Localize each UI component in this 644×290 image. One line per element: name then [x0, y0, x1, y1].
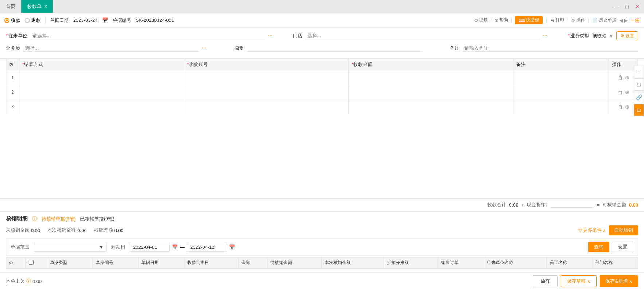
shortcut-btn[interactable]: ⌨ 快捷键 — [515, 16, 543, 24]
cell-settlement-3[interactable] — [19, 99, 184, 114]
calendar-icon[interactable]: 📅 — [102, 17, 108, 23]
operation-link[interactable]: ⚙ 操作 — [571, 17, 585, 23]
cell-account-3[interactable] — [184, 99, 349, 114]
staff-label: 业务员 — [6, 45, 20, 51]
cell-notes-2[interactable] — [513, 85, 609, 99]
right-panel-btn-1[interactable]: ≡ — [634, 66, 644, 78]
cell-account-1[interactable] — [184, 70, 349, 85]
right-panel-btn-4[interactable]: ⊡ — [634, 104, 644, 116]
grid-view-btn[interactable]: ⊞ — [635, 17, 640, 24]
partner-input[interactable] — [30, 32, 265, 39]
filter-select[interactable]: ▼ — [34, 243, 107, 252]
maximize-btn[interactable]: □ — [623, 3, 631, 10]
settings-btn-2[interactable]: 设置 — [612, 242, 633, 252]
cell-settlement-2[interactable] — [19, 85, 184, 99]
th-doc-type: 单据类型 — [47, 258, 93, 269]
total-value: 0.00 — [509, 202, 518, 208]
th-doc-date: 单据日期 — [138, 258, 184, 269]
help-link[interactable]: ⊙ 帮助 — [495, 17, 508, 23]
th-partner-name: 往来单位名称 — [484, 258, 546, 269]
copy-icon-1[interactable]: ⊕ — [625, 75, 629, 81]
cell-settlement-1[interactable] — [19, 70, 184, 85]
settings-button[interactable]: ⚙ 设置 — [616, 31, 638, 40]
table-container: ⚙ *结算方式 *收款账号 *收款金额 备注 操作 — [0, 59, 644, 198]
prev-arrow[interactable]: ◀ — [619, 17, 623, 23]
partner-more-btn[interactable]: ··· — [268, 32, 272, 39]
memo-input[interactable] — [247, 44, 423, 52]
tab-bar: 首页 收款单 × — □ × — [0, 0, 644, 13]
cal-to-icon[interactable]: 📅 — [229, 244, 235, 250]
tab-receipt[interactable]: 收款单 × — [21, 0, 53, 13]
verify-section: 核销明细 ⓘ 待核销单据(0笔) 已核销单据(0笔) 未核销金额 0.00 本次… — [0, 211, 644, 272]
th-current-amount: 本次核销金额 — [321, 258, 384, 269]
table-row: 2 🗑 ⊕ — [6, 85, 638, 99]
radio-receipt[interactable]: 收款 — [4, 17, 20, 24]
print-link[interactable]: 🖨 打印 — [550, 17, 564, 23]
discard-btn[interactable]: 放弃 — [533, 275, 558, 287]
net-label: 可核销金额 — [602, 201, 626, 208]
diff-value: 0.00 — [114, 228, 123, 233]
radio-refund[interactable]: 退款 — [25, 17, 41, 24]
memo-label: 摘要 — [234, 45, 244, 51]
video-link[interactable]: ⊙ 视频 — [474, 17, 488, 23]
shop-more-btn[interactable]: ··· — [543, 32, 547, 39]
keyboard-icon: ⌨ — [519, 18, 525, 23]
info-icon-footer: ⓘ — [26, 278, 31, 285]
th-account: *收款账号 — [184, 59, 349, 70]
close-btn[interactable]: × — [634, 3, 641, 10]
gear-icon[interactable]: ⚙ — [9, 62, 13, 67]
staff-input[interactable] — [23, 44, 199, 52]
cell-notes-3[interactable] — [513, 99, 609, 114]
th-gear: ⚙ — [6, 59, 19, 70]
radio-receipt-dot — [4, 18, 9, 23]
pending-tab-link[interactable]: 待核销单据(0笔) — [42, 216, 76, 222]
shop-input[interactable] — [305, 32, 540, 39]
select-all-checkbox[interactable] — [29, 260, 34, 265]
tab-home[interactable]: 首页 — [0, 0, 21, 13]
history-icon: 📄 — [592, 18, 598, 23]
delete-icon-3[interactable]: 🗑 — [618, 104, 623, 110]
cell-notes-1[interactable] — [513, 70, 609, 85]
bottom-table-container: ⚙ 单据类型 单据编号 单据日期 收款到期日 金额 待核销金额 本次核销金额 折… — [6, 257, 638, 269]
cell-account-2[interactable] — [184, 85, 349, 99]
prev-value: 0.00 — [32, 279, 42, 284]
gear-icon-bottom[interactable]: ⚙ — [9, 260, 13, 266]
info-icon[interactable]: ⓘ — [32, 216, 37, 222]
right-panel-btn-2[interactable]: ⊟ — [634, 78, 644, 91]
cell-amount-3[interactable] — [349, 99, 513, 114]
date-to-input[interactable] — [187, 243, 227, 252]
th-amount: 金额 — [238, 258, 267, 269]
query-btn[interactable]: 查询 — [588, 242, 609, 252]
discount-label: 现金折扣: — [527, 201, 547, 208]
cell-amount-2[interactable] — [349, 85, 513, 99]
cell-amount-1[interactable] — [349, 70, 513, 85]
staff-more-btn[interactable]: ··· — [202, 45, 207, 51]
tab-close-icon[interactable]: × — [44, 4, 47, 9]
form-row-2: 业务员 ··· 摘要 备注 — [6, 43, 638, 53]
history-link[interactable]: 📄 历史单据 — [592, 17, 616, 23]
more-conditions-btn[interactable]: ▽ 更多条件 ∧ — [578, 227, 606, 234]
list-view-btn[interactable]: ≡ — [631, 17, 634, 24]
radio-refund-label: 退款 — [31, 17, 41, 24]
delete-icon-2[interactable]: 🗑 — [618, 89, 623, 95]
done-tab-link[interactable]: 已核销单据(0笔) — [80, 216, 114, 222]
discount-input[interactable] — [550, 202, 594, 208]
tab-home-label: 首页 — [6, 3, 15, 10]
minimize-btn[interactable]: — — [611, 3, 620, 10]
right-panel-btn-3[interactable]: 🔗 — [634, 91, 644, 103]
dropdown-arrow-icon[interactable]: ▼ — [609, 33, 613, 39]
date-from-input[interactable] — [130, 243, 170, 252]
notes-input[interactable] — [462, 44, 638, 52]
auto-verify-btn[interactable]: 自动核销 — [609, 225, 638, 235]
save-new-btn[interactable]: 保存&新增 ∧ — [600, 275, 638, 287]
copy-icon-2[interactable]: ⊕ — [625, 89, 629, 95]
footer: 本单上欠 ⓘ 0.00 放弃 保存草稿 ∧ 保存&新增 ∧ — [0, 272, 644, 290]
business-type-field: 预收款 ▼ — [592, 32, 613, 39]
th-staff-name: 员工名称 — [546, 258, 592, 269]
delete-icon-1[interactable]: 🗑 — [618, 75, 623, 81]
cal-from-icon[interactable]: 📅 — [172, 244, 178, 250]
copy-icon-3[interactable]: ⊕ — [625, 104, 629, 110]
save-draft-btn[interactable]: 保存草稿 ∧ — [561, 275, 597, 287]
filter-row: 单据范围 ▼ 到期日 📅 — 📅 查询 设置 — [6, 238, 638, 256]
next-arrow[interactable]: ▶ — [624, 17, 628, 23]
